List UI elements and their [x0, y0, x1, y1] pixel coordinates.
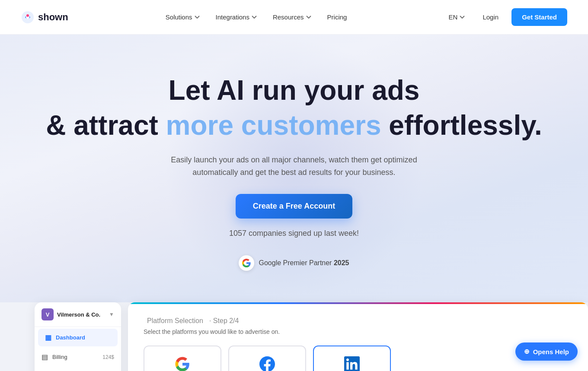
sidebar-card: V Vilmerson & Co. ▼ ▦ Dashboard ▤ Billin…	[35, 302, 121, 371]
platform-card-meta[interactable]	[228, 346, 306, 371]
google-platform-icon	[175, 356, 190, 371]
svg-point-2	[26, 14, 29, 17]
help-button[interactable]: ⊕ Opens Help	[515, 342, 578, 361]
nav-right: EN Login Get Started	[444, 8, 567, 26]
hero-headline-1: Let AI run your ads	[169, 75, 420, 107]
platform-card-linkedin[interactable]	[313, 346, 391, 371]
platform-card-google[interactable]	[144, 346, 221, 371]
platform-title: Platform Selection · Step 2/4	[144, 314, 572, 326]
nav-links: Solutions Integrations Resources Pricing	[160, 10, 353, 24]
sidebar-item-dashboard[interactable]: ▦ Dashboard	[38, 329, 118, 346]
platform-subtitle: Select the platforms you would like to a…	[144, 328, 572, 335]
create-account-button[interactable]: Create a Free Account	[236, 194, 352, 219]
nav-resources[interactable]: Resources	[267, 10, 318, 24]
progress-bar	[128, 302, 588, 304]
meta-platform-icon	[259, 356, 275, 371]
billing-icon: ▤	[42, 353, 48, 361]
navbar: shown Solutions Integrations Resources P…	[0, 0, 588, 35]
dashboard-icon: ▦	[45, 333, 51, 342]
google-partner-badge: Google Premier Partner 2025	[239, 255, 349, 271]
chevron-down-icon[interactable]: ▼	[109, 311, 114, 317]
language-selector[interactable]: EN	[444, 10, 470, 24]
avatar: V	[42, 308, 54, 320]
sidebar-header: V Vilmerson & Co. ▼	[35, 302, 121, 327]
nav-integrations[interactable]: Integrations	[210, 10, 263, 24]
brand-name: shown	[38, 12, 68, 23]
company-name: Vilmerson & Co.	[57, 311, 100, 318]
platform-selection-card: Platform Selection · Step 2/4 Select the…	[128, 302, 588, 371]
platform-cards	[144, 346, 572, 371]
signup-count: 1057 companies signed up last week!	[229, 227, 359, 240]
linkedin-platform-icon	[344, 356, 360, 371]
logo-icon	[21, 10, 35, 24]
bottom-section: V Vilmerson & Co. ▼ ▦ Dashboard ▤ Billin…	[0, 302, 588, 371]
hero-headline-2: & attract more customers effortlessly.	[46, 110, 542, 142]
nav-solutions[interactable]: Solutions	[160, 10, 206, 24]
google-logo	[239, 255, 254, 271]
sidebar-user: V Vilmerson & Co.	[42, 308, 100, 320]
help-icon: ⊕	[524, 348, 530, 355]
sidebar-item-notifications[interactable]: 🔔 Notifications	[35, 366, 121, 371]
logo[interactable]: shown	[21, 10, 68, 24]
billing-amount: 124$	[102, 354, 114, 360]
get-started-button[interactable]: Get Started	[511, 8, 567, 26]
sidebar-item-billing[interactable]: ▤ Billing 124$	[35, 348, 121, 366]
hero-subtext: Easily launch your ads on all major chan…	[164, 154, 424, 179]
hero-section: Let AI run your ads & attract more custo…	[0, 35, 588, 302]
nav-pricing[interactable]: Pricing	[321, 10, 353, 24]
login-button[interactable]: Login	[476, 10, 505, 24]
